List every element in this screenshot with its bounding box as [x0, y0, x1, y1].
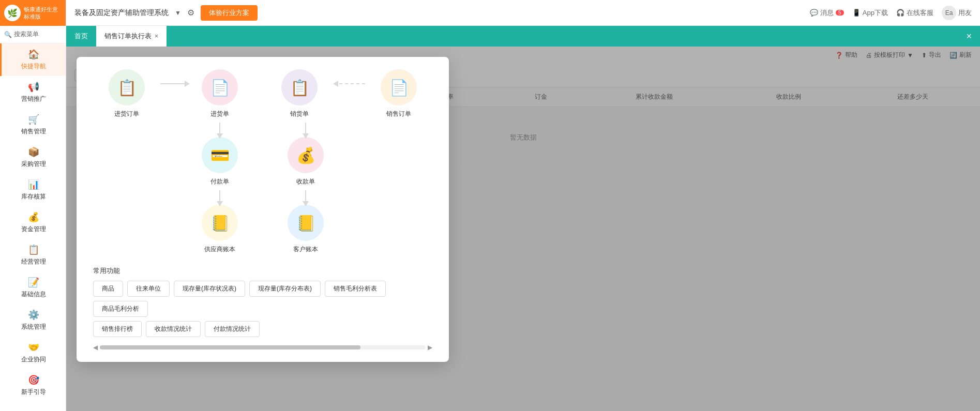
avatar: Ea — [942, 6, 956, 20]
sidebar-item-finance[interactable]: 💰 资金管理 — [0, 206, 66, 239]
sidebar: 🌿 畅康通好生意 标准版 🔍 搜索菜单 🏠 快捷导航 📢 营销推广 🛒 销售管理 — [0, 0, 66, 411]
system-dropdown[interactable]: ▼ — [175, 9, 181, 17]
message-btn[interactable]: 💬 消息 5 — [810, 8, 844, 18]
sidebar-item-purchase[interactable]: 📦 采购管理 — [0, 141, 66, 174]
sales-bill-label: 销货单 — [290, 110, 309, 118]
modal-overlay: 📋 进货订单 — [66, 47, 980, 411]
common-btn-payment-stats[interactable]: 付款情况统计 — [205, 321, 260, 337]
customer-ledger-icon: 📒 — [288, 205, 324, 241]
receipt-icon: 💰 — [288, 137, 324, 173]
common-functions-title: 常用功能 — [93, 266, 432, 276]
common-btn-stock-status[interactable]: 现存量(库存状况表) — [174, 281, 245, 297]
flow-row-3: 📒 供应商账本 📒 客户账本 — [93, 205, 432, 254]
beginner-icon: 🎯 — [28, 374, 39, 386]
receipt-label: 收款单 — [296, 177, 315, 186]
flow-diagram: 📋 进货订单 — [93, 69, 432, 258]
flow-node-receipt[interactable]: 💰 收款单 — [272, 137, 339, 186]
inventory-icon: 📊 — [28, 179, 39, 190]
sales-order-icon: 📄 — [381, 69, 417, 105]
sidebar-item-basic-info[interactable]: 📝 基础信息 — [0, 271, 66, 304]
marketing-icon: 📢 — [28, 81, 39, 93]
purchase-bill-label: 进货单 — [210, 110, 229, 118]
logo-text: 畅康通好生意 标准版 — [24, 6, 58, 21]
tab-home[interactable]: 首页 — [66, 26, 96, 47]
scroll-right-btn[interactable]: ▶ — [428, 344, 432, 351]
arrow-purchase-order-to-bill — [160, 83, 186, 105]
sidebar-item-inventory[interactable]: 📊 库存核算 — [0, 174, 66, 206]
common-btn-product-profit[interactable]: 商品毛利分析 — [93, 301, 148, 317]
main-content: 装备及固定资产辅助管理系统 ▼ ⚙ 体验行业方案 💬 消息 5 📱 App下载 … — [66, 0, 980, 411]
flow-row-2: 💳 付款单 💰 收款单 — [93, 137, 432, 186]
supplier-ledger-icon: 📒 — [202, 205, 238, 241]
sidebar-item-system[interactable]: ⚙️ 系统管理 — [0, 304, 66, 337]
purchase-order-icon: 📋 — [109, 69, 145, 105]
basic-info-icon: 📝 — [28, 277, 39, 288]
common-btn-sales-ranking[interactable]: 销售排行榜 — [93, 321, 142, 337]
flow-node-customer-ledger[interactable]: 📒 客户账本 — [272, 205, 339, 254]
download-icon: 📱 — [852, 9, 861, 17]
sidebar-item-sales[interactable]: 🛒 销售管理 — [0, 109, 66, 141]
sidebar-logo: 🌿 畅康通好生意 标准版 — [0, 0, 66, 26]
sidebar-item-beginner[interactable]: 🎯 新手引导 — [0, 369, 66, 402]
sales-icon: 🛒 — [28, 114, 39, 125]
scroll-left-btn[interactable]: ◀ — [93, 344, 98, 351]
flow-row-1: 📋 进货订单 — [93, 69, 432, 118]
flow-modal: 📋 进货订单 — [77, 57, 449, 362]
common-btn-product[interactable]: 商品 — [93, 281, 123, 297]
purchase-order-label: 进货订单 — [114, 110, 139, 118]
home-icon: 🏠 — [28, 49, 39, 60]
content-area: ❓ 帮助 🖨 按模板打印 ▼ ⬆ 导出 🔄 — [66, 47, 980, 411]
common-btn-sales-profit-analysis[interactable]: 销售毛利分析表 — [325, 281, 386, 297]
flow-arrows-row1-down — [93, 123, 432, 135]
scroll-track — [100, 345, 426, 349]
purchase-icon: 📦 — [28, 146, 39, 158]
system-title: 装备及固定资产辅助管理系统 — [74, 8, 169, 18]
flow-node-sales-order[interactable]: 📄 销售订单 — [365, 69, 432, 118]
system-icon: ⚙️ — [28, 309, 39, 321]
service-icon: 🎧 — [896, 9, 904, 17]
common-buttons-row2: 销售排行榜 收款情况统计 付款情况统计 — [93, 321, 432, 337]
payment-icon: 💳 — [202, 137, 238, 173]
search-icon: 🔍 — [4, 31, 12, 38]
settings-icon[interactable]: ⚙ — [187, 8, 194, 18]
message-badge: 5 — [836, 10, 844, 16]
common-btn-receipt-stats[interactable]: 收款情况统计 — [146, 321, 201, 337]
supplier-ledger-label: 供应商账本 — [204, 245, 235, 254]
payment-label: 付款单 — [210, 177, 229, 186]
flow-node-purchase-bill[interactable]: 📄 进货单 — [186, 69, 253, 118]
purchase-bill-icon: 📄 — [202, 69, 238, 105]
finance-icon: 💰 — [28, 211, 39, 223]
flow-node-purchase-order[interactable]: 📋 进货订单 — [93, 69, 160, 118]
tab-bar-close-btn[interactable]: × — [958, 31, 980, 42]
tab-close-icon[interactable]: × — [155, 33, 158, 40]
topbar: 装备及固定资产辅助管理系统 ▼ ⚙ 体验行业方案 💬 消息 5 📱 App下载 … — [66, 0, 980, 26]
tab-bar: 首页 销售订单执行表 × × — [66, 26, 980, 47]
common-btn-partners[interactable]: 往来单位 — [127, 281, 170, 297]
arrow-sales-order-to-bill — [333, 81, 365, 108]
sales-order-label: 销售订单 — [386, 110, 411, 118]
common-btn-stock-dist[interactable]: 现存量(库存分布表) — [249, 281, 321, 297]
common-buttons-row1: 商品 往来单位 现存量(库存状况表) 现存量(库存分布表) 销售毛利分析表 商品… — [93, 281, 432, 317]
experience-btn[interactable]: 体验行业方案 — [201, 5, 258, 21]
sidebar-item-quick-nav[interactable]: 🏠 快捷导航 — [0, 43, 66, 76]
customer-ledger-label: 客户账本 — [293, 245, 318, 254]
sidebar-search[interactable]: 🔍 搜索菜单 — [0, 26, 66, 43]
enterprise-icon: 🤝 — [28, 342, 39, 353]
sidebar-item-marketing[interactable]: 📢 营销推广 — [0, 76, 66, 109]
operations-icon: 📋 — [28, 244, 39, 255]
online-service-btn[interactable]: 🎧 在线客服 — [896, 8, 933, 18]
topbar-right: 💬 消息 5 📱 App下载 🎧 在线客服 Ea 用友 — [810, 6, 972, 20]
sidebar-nav: 🏠 快捷导航 📢 营销推广 🛒 销售管理 📦 采购管理 📊 库存核算 💰 — [0, 43, 66, 411]
sidebar-item-operations[interactable]: 📋 经营管理 — [0, 239, 66, 271]
flow-node-sales-bill[interactable]: 📋 销货单 — [266, 69, 333, 118]
flow-node-payment[interactable]: 💳 付款单 — [186, 137, 253, 186]
modal-scrollbar: ◀ ▶ — [93, 343, 432, 352]
flow-node-supplier-ledger[interactable]: 📒 供应商账本 — [186, 205, 253, 254]
tab-sales-order[interactable]: 销售订单执行表 × — [96, 26, 167, 47]
logo-icon: 🌿 — [4, 5, 21, 21]
app-download-btn[interactable]: 📱 App下载 — [852, 8, 888, 18]
user-menu[interactable]: Ea 用友 — [942, 6, 972, 20]
message-icon: 💬 — [810, 9, 818, 17]
sidebar-item-enterprise[interactable]: 🤝 企业协同 — [0, 337, 66, 369]
sales-bill-icon: 📋 — [281, 69, 318, 105]
